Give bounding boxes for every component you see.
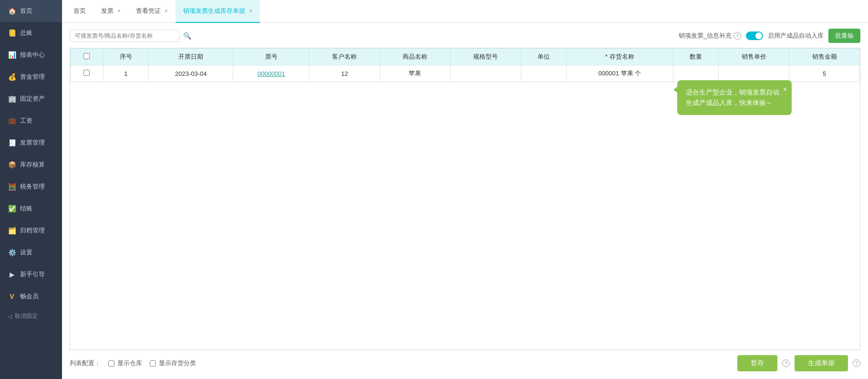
sidebar-item-fixed-assets[interactable]: 🏢 固定资产 — [0, 88, 62, 110]
tab-return-invoice[interactable]: 销项发票生成库存单据 × — [176, 0, 260, 23]
cell-unit-price — [719, 65, 789, 82]
sidebar-pin-button[interactable]: ◁ 取消固定 — [0, 307, 62, 325]
table-row: 1 2023-03-04 00000001 12 苹果 000001 苹果 个 … — [71, 65, 860, 82]
sidebar-item-label: 归档管理 — [20, 226, 45, 235]
fixed-assets-icon: 🏢 — [8, 95, 16, 103]
archive-icon: 🗂️ — [8, 226, 16, 235]
show-warehouse-checkbox[interactable] — [108, 360, 114, 367]
col-amount: 销售金额 — [789, 49, 860, 65]
sidebar-item-label: 首页 — [20, 7, 32, 15]
show-category-group: 显示存货分类 — [150, 359, 196, 368]
cell-spec — [450, 65, 521, 82]
invoice-mgmt-icon: 🧾 — [8, 138, 16, 147]
col-number: 票号 — [233, 49, 310, 65]
sidebar-item-label: 畅会员 — [20, 292, 39, 301]
sidebar-item-guide[interactable]: ▶ 新手引导 — [0, 263, 62, 285]
toolbar: 🔍 销项发票_信息补充 ? 启用产成品自动入库 批量输 — [70, 29, 860, 43]
sidebar-item-label: 税务管理 — [20, 182, 45, 191]
sidebar-item-vip[interactable]: V 畅会员 — [0, 285, 62, 307]
ledger-icon: 📒 — [8, 29, 16, 37]
row-checkbox[interactable] — [83, 70, 90, 76]
sidebar-item-reports[interactable]: 📊 报表中心 — [0, 44, 62, 66]
cell-date: 2023-03-04 — [149, 65, 233, 82]
sidebar-item-label: 库存核算 — [20, 160, 45, 169]
sidebar-item-settings[interactable]: ⚙️ 设置 — [0, 242, 62, 263]
sidebar-item-archive[interactable]: 🗂️ 归档管理 — [0, 220, 62, 242]
save-button[interactable]: 暂存 — [737, 355, 777, 371]
sidebar-item-labor[interactable]: 💼 工资 — [0, 110, 62, 132]
labor-icon: 💼 — [8, 116, 16, 125]
sidebar-item-inventory[interactable]: 📦 库存核算 — [0, 154, 62, 176]
cell-checkbox — [71, 65, 103, 82]
tab-voucher[interactable]: 查看凭证 × — [128, 0, 176, 23]
sidebar-item-label: 新手引导 — [20, 270, 45, 279]
select-all-checkbox[interactable] — [83, 53, 90, 59]
cell-seq: 1 — [103, 65, 148, 82]
sidebar-item-invoice-mgmt[interactable]: 🧾 发票管理 — [0, 132, 62, 154]
pin-icon: ◁ — [8, 313, 12, 320]
tab-invoice-label: 发票 — [101, 7, 114, 15]
col-product: 商品名称 — [380, 49, 450, 65]
sidebar-item-ledger[interactable]: 📒 总账 — [0, 22, 62, 44]
tab-return-invoice-close[interactable]: × — [249, 8, 252, 14]
search-input[interactable] — [70, 30, 179, 42]
pin-label: 取消固定 — [15, 312, 38, 320]
cell-customer: 12 — [310, 65, 380, 82]
tab-return-invoice-label: 销项发票生成库存单据 — [183, 7, 245, 15]
footer-actions: 暂存 ? 生成单据 ? — [737, 355, 860, 371]
show-category-checkbox[interactable] — [150, 360, 156, 367]
tab-voucher-label: 查看凭证 — [136, 7, 161, 15]
sidebar-item-label: 资金管理 — [20, 73, 45, 81]
tax-icon: 🧮 — [8, 182, 16, 191]
batch-button[interactable]: 批量输 — [828, 29, 860, 43]
generate-info-icon[interactable]: ? — [853, 359, 860, 367]
footer-config-label: 列表配置： — [70, 359, 101, 368]
guide-icon: ▶ — [8, 270, 16, 279]
col-qty: 数量 — [673, 49, 718, 65]
cell-amount: 5 — [789, 65, 860, 82]
sidebar: 🏠 首页 📒 总账 📊 报表中心 💰 资金管理 🏢 固定资产 💼 工资 🧾 发票… — [0, 0, 62, 379]
settlement-icon: ✅ — [8, 204, 16, 213]
col-unit-price: 销售单价 — [719, 49, 789, 65]
show-category-label: 显示存货分类 — [159, 359, 196, 368]
tab-bar: 首页 发票 × 查看凭证 × 销项发票生成库存单据 × — [62, 0, 868, 23]
tab-home[interactable]: 首页 — [66, 0, 93, 23]
cell-unit — [521, 65, 566, 82]
tab-home-label: 首页 — [73, 7, 86, 15]
tab-voucher-close[interactable]: × — [165, 8, 168, 14]
cell-number[interactable]: 00000001 — [233, 65, 310, 82]
toggle-label: 启用产成品自动入库 — [768, 32, 824, 40]
sidebar-item-home[interactable]: 🏠 首页 — [0, 0, 62, 22]
sidebar-item-label: 发票管理 — [20, 138, 45, 147]
footer: 列表配置： 显示仓库 显示存货分类 暂存 ? 生成单据 ? — [70, 350, 860, 373]
content-area: 🔍 销项发票_信息补充 ? 启用产成品自动入库 批量输 序号 开票日期 — [62, 23, 868, 379]
show-warehouse-label: 显示仓库 — [117, 359, 142, 368]
data-table: 序号 开票日期 票号 客户名称 商品名称 规格型号 单位 * 存货名称 数量 销… — [70, 48, 860, 82]
sidebar-item-label: 设置 — [20, 248, 32, 257]
col-spec: 规格型号 — [450, 49, 521, 65]
info-supplement-label: 销项发票_信息补充 ? — [679, 32, 741, 40]
sidebar-item-settlement[interactable]: ✅ 结账 — [0, 198, 62, 220]
auto-warehouse-toggle[interactable] — [746, 32, 763, 40]
show-warehouse-group: 显示仓库 — [108, 359, 142, 368]
save-info-icon[interactable]: ? — [782, 359, 790, 367]
invoice-link[interactable]: 00000001 — [258, 70, 285, 77]
toolbar-left: 🔍 — [70, 30, 191, 42]
sidebar-item-tax[interactable]: 🧮 税务管理 — [0, 176, 62, 198]
generate-button[interactable]: 生成单据 — [795, 355, 848, 371]
tooltip-close-button[interactable]: × — [783, 84, 787, 95]
tab-invoice[interactable]: 发票 × — [93, 0, 128, 23]
sidebar-item-label: 结账 — [20, 204, 32, 213]
col-inventory: * 存货名称 — [566, 49, 673, 65]
search-icon: 🔍 — [183, 32, 191, 40]
col-seq: 序号 — [103, 49, 148, 65]
table-header-row: 序号 开票日期 票号 客户名称 商品名称 规格型号 单位 * 存货名称 数量 销… — [71, 49, 860, 65]
settings-icon: ⚙️ — [8, 248, 16, 257]
sidebar-item-capital[interactable]: 💰 资金管理 — [0, 66, 62, 88]
tooltip-popup: × 适合生产型企业，销项发票自动生成产成品入库，快来体验～ — [677, 80, 792, 115]
sidebar-item-label: 总账 — [20, 29, 32, 37]
col-customer: 客户名称 — [310, 49, 380, 65]
sidebar-item-label: 工资 — [20, 116, 32, 125]
tab-invoice-close[interactable]: × — [117, 8, 121, 14]
info-supplement-icon[interactable]: ? — [734, 32, 741, 40]
